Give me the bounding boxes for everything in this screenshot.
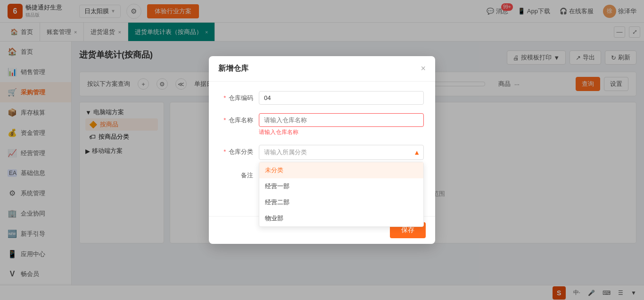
category-dropdown-menu: 未分类 经营一部 经营二部 物业部 [259, 162, 424, 227]
form-item-name: * 仓库名称 请输入仓库名称 [220, 113, 424, 136]
dropdown-option-dept1[interactable]: 经营一部 [259, 178, 423, 194]
code-label: * 仓库编码 [220, 91, 253, 102]
name-error-msg: 请输入仓库名称 [259, 128, 424, 136]
code-input[interactable] [259, 91, 424, 105]
form-item-category: * 仓库分类 请输入所属分类 ▲ 未分类 经营一部 经营二部 [220, 145, 424, 160]
category-arrow-icon[interactable]: ▲ [413, 149, 420, 156]
name-control: 请输入仓库名称 [259, 113, 424, 136]
new-warehouse-dialog: 新增仓库 × * 仓库编码 * 仓库名称 请输入仓库名称 [209, 56, 435, 244]
dialog-header: 新增仓库 × [209, 56, 435, 82]
dialog-body: * 仓库编码 * 仓库名称 请输入仓库名称 * 仓库分类 [209, 82, 435, 216]
dialog-title: 新增仓库 [218, 64, 248, 74]
category-control: 请输入所属分类 ▲ 未分类 经营一部 经营二部 物业部 [259, 145, 424, 160]
category-label: * 仓库分类 [220, 145, 253, 156]
dropdown-option-dept2[interactable]: 经营二部 [259, 194, 423, 210]
category-placeholder: 请输入所属分类 [264, 148, 307, 157]
note-label: 备注 [220, 168, 253, 180]
form-item-code: * 仓库编码 [220, 91, 424, 105]
dialog-close-button[interactable]: × [421, 64, 426, 74]
dropdown-option-uncategorized[interactable]: 未分类 [259, 162, 423, 178]
code-control [259, 91, 424, 105]
name-label: * 仓库名称 [220, 113, 253, 125]
name-input[interactable] [259, 113, 424, 127]
dropdown-option-dept3[interactable]: 物业部 [259, 210, 423, 226]
category-dropdown[interactable]: 请输入所属分类 ▲ [259, 145, 424, 160]
